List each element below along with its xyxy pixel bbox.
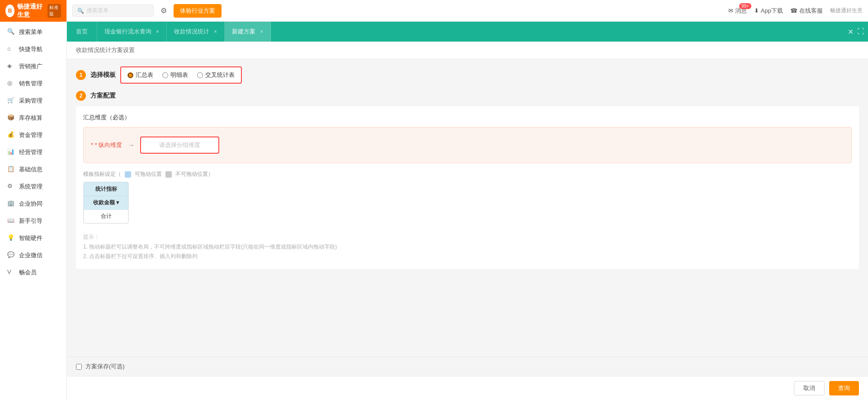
sidebar-item-stock[interactable]: 📦 库存核算 — [0, 109, 66, 127]
step1-number: 1 — [76, 70, 86, 80]
fixed-hint-dot — [165, 171, 172, 178]
query-button[interactable]: 查询 — [829, 381, 859, 395]
tip2: 2. 点击标题栏下拉可设置排序、插入列和删除列 — [83, 252, 852, 262]
sidebar-item-sales[interactable]: ◎ 销售管理 — [0, 75, 66, 92]
tip1: 1. 拖动标题栏可以调整布局，不可跨维度或指标区域拖动栏目字段(只能在同一维度或… — [83, 242, 852, 252]
radio-summary-input[interactable] — [127, 72, 133, 78]
sidebar-item-member[interactable]: V 畅会员 — [0, 264, 66, 281]
sidebar: B 畅捷通好生意 标准版 🔍 搜索菜单 ⌂ 快捷导航 ◈ 营销推广 ◎ 销售管理… — [0, 0, 67, 400]
service-icon: ☎ — [790, 7, 797, 14]
tab-new-close[interactable]: × — [260, 28, 263, 35]
msg-button[interactable]: ✉ 消息 99+ — [728, 7, 747, 15]
sidebar-item-quick-nav[interactable]: ⌂ 快捷导航 — [0, 41, 66, 58]
save-label: 方案保存(可选) — [85, 362, 125, 371]
step2-header: 2 方案配置 — [76, 91, 859, 101]
corp-icon: 🏢 — [7, 200, 15, 208]
stock-icon: 📦 — [7, 114, 15, 122]
radio-detail-label: 明细表 — [170, 71, 188, 79]
radio-cross[interactable]: 交叉统计表 — [197, 71, 235, 79]
sidebar-item-smart[interactable]: 💡 智能硬件 — [0, 230, 66, 247]
step2-title: 方案配置 — [90, 92, 116, 100]
sidebar-item-marketing[interactable]: ◈ 营销推广 — [0, 58, 66, 75]
ops-icon: 📊 — [7, 148, 15, 156]
table-row: 合计 — [84, 210, 128, 223]
download-icon: ⬇ — [754, 7, 759, 14]
download-label: App下载 — [761, 7, 783, 15]
sidebar-logo: B 畅捷通好生意 标准版 — [0, 0, 66, 22]
sidebar-item-purchase[interactable]: 🛒 采购管理 — [0, 92, 66, 109]
movable-hint-text: 可拖动位置 — [135, 170, 162, 178]
stat-col-dropdown[interactable]: 统计指标 — [95, 185, 117, 193]
tab-collect-close[interactable]: × — [214, 28, 217, 35]
dim-arrow-icon: → — [127, 141, 135, 149]
save-option: 方案保存(可选) — [67, 357, 868, 376]
marketing-icon: ◈ — [7, 62, 15, 71]
settings-icon[interactable]: ⚙ — [157, 5, 170, 17]
sidebar-item-sys[interactable]: ⚙ 系统管理 — [0, 178, 66, 195]
step2-section: 2 方案配置 汇总维度（必选） * * 纵向维度 → — [76, 91, 859, 269]
search-placeholder: 搜索菜单 — [87, 7, 108, 14]
tips-section: 提示： 1. 拖动标题栏可以调整布局，不可跨维度或指标区域拖动栏目字段(只能在同… — [83, 232, 852, 262]
radio-summary[interactable]: 汇总表 — [127, 71, 153, 79]
content-area: 收款情况统计方案设置 1 选择模板 汇总表 明细表 — [67, 42, 868, 400]
sidebar-item-base[interactable]: 📋 基础信息 — [0, 161, 66, 178]
tab-bank-label: 现金银行流水查询 — [104, 28, 151, 36]
msg-icon: ✉ — [728, 7, 733, 14]
indicator-table-wrap: 统计指标 收款金额 ▾ — [83, 182, 129, 224]
sidebar-item-guide[interactable]: 📖 新手引导 — [0, 212, 66, 230]
tabbar: 首页 现金银行流水查询 × 收款情况统计 × 新建方案 × ✕ ⛶ — [67, 22, 868, 42]
tab-bank-close[interactable]: × — [156, 28, 159, 35]
search-icon: 🔍 — [77, 8, 84, 14]
radio-detail-input[interactable] — [162, 72, 168, 78]
dim-zone: * * 纵向维度 → 请选择分组维度 — [83, 127, 852, 163]
cancel-button[interactable]: 取消 — [794, 381, 825, 395]
sidebar-item-ops[interactable]: 📊 经营管理 — [0, 144, 66, 161]
topbar-right: ✉ 消息 99+ ⬇ App下载 ☎ 在线客服 畅捷通好生意 — [728, 7, 863, 15]
tab-collect-label: 收款情况统计 — [174, 28, 209, 36]
radio-cross-input[interactable] — [197, 72, 203, 78]
service-button[interactable]: ☎ 在线客服 — [790, 7, 823, 15]
total-cell: 合计 — [84, 210, 128, 223]
step1-header: 1 选择模板 汇总表 明细表 交叉统计表 — [76, 66, 859, 84]
download-button[interactable]: ⬇ App下载 — [754, 7, 783, 15]
fixed-hint-text: 不可拖动位置） — [175, 170, 213, 178]
search-box[interactable]: 🔍 搜索菜单 — [72, 5, 154, 17]
radio-detail[interactable]: 明细表 — [162, 71, 188, 79]
col-header-label: 收款金额 — [93, 199, 115, 206]
tab-close-all-icon[interactable]: ✕ — [848, 28, 854, 36]
base-icon: 📋 — [7, 165, 15, 174]
guide-icon: 📖 — [7, 217, 15, 225]
trial-button[interactable]: 体验行业方案 — [174, 4, 222, 18]
indicator-table: 统计指标 收款金额 ▾ — [84, 182, 128, 223]
col-payment-amount[interactable]: 收款金额 ▾ — [84, 196, 128, 210]
movable-hint-dot — [125, 171, 131, 178]
logo-icon: B — [5, 5, 14, 17]
tab-maximize-icon[interactable]: ⛶ — [857, 28, 864, 36]
sidebar-item-wechat[interactable]: 💬 企业微信 — [0, 247, 66, 264]
tab-collect[interactable]: 收款情况统计 × — [167, 22, 225, 42]
tab-home-label: 首页 — [76, 28, 88, 36]
dim-row: * * 纵向维度 → 请选择分组维度 — [91, 136, 844, 154]
tab-bank[interactable]: 现金银行流水查询 × — [97, 22, 167, 42]
tab-new[interactable]: 新建方案 × — [225, 22, 271, 42]
indicator-hint: 模板指标设定（ 可拖动位置 不可拖动位置） — [83, 170, 852, 178]
summary-dim-label: 汇总维度（必选） — [83, 113, 852, 122]
sales-icon: ◎ — [7, 80, 15, 88]
sys-icon: ⚙ — [7, 183, 15, 191]
service-label: 在线客服 — [799, 7, 823, 15]
logo-badge: 标准版 — [47, 4, 61, 18]
tab-home[interactable]: 首页 — [67, 22, 97, 42]
page-header: 收款情况统计方案设置 — [67, 42, 868, 59]
sidebar-item-finance[interactable]: 💰 资金管理 — [0, 127, 66, 144]
sidebar-item-search[interactable]: 🔍 搜索菜单 — [0, 24, 66, 41]
template-selector: 汇总表 明细表 交叉统计表 — [120, 66, 242, 84]
main-area: 🔍 搜索菜单 ⚙ 体验行业方案 ✉ 消息 99+ ⬇ App下载 ☎ 在线客服 … — [67, 0, 868, 400]
save-checkbox[interactable] — [76, 364, 82, 370]
step1-title: 选择模板 — [90, 71, 116, 79]
sidebar-item-corp[interactable]: 🏢 企业协同 — [0, 195, 66, 212]
smart-icon: 💡 — [7, 234, 15, 242]
dim-select-box[interactable]: 请选择分组维度 — [140, 136, 219, 154]
topbar: 🔍 搜索菜单 ⚙ 体验行业方案 ✉ 消息 99+ ⬇ App下载 ☎ 在线客服 … — [67, 0, 868, 22]
home-icon: ⌂ — [7, 45, 15, 53]
vertical-dim-label: * * 纵向维度 — [91, 141, 122, 149]
